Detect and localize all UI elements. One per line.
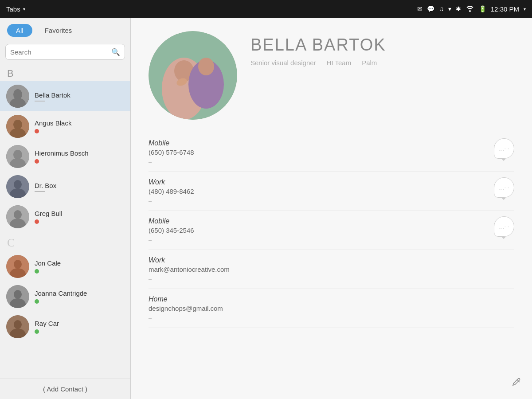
contact-info: Joanna Cantrigde [35, 289, 87, 304]
field-value: (650) 575-6748 [149, 149, 194, 156]
field-dash: – [149, 276, 230, 282]
chat-bubble-button[interactable]: ··· [494, 138, 514, 159]
wifi-icon [466, 5, 474, 13]
list-item[interactable]: Hieronimus Bosch [0, 141, 130, 172]
filter-all-button[interactable]: All [7, 24, 32, 37]
music-icon: ♫ [439, 5, 444, 12]
field-value: designchops@gmail.com [149, 305, 223, 312]
edit-button[interactable] [512, 378, 521, 390]
list-item[interactable]: Ray Car [0, 312, 130, 342]
list-item[interactable]: Bella Bartok [0, 81, 130, 111]
field-row: Mobile (650) 345-2546 – ··· [149, 211, 514, 250]
search-container: 🔍 [0, 41, 130, 64]
avatar [6, 115, 29, 138]
status-right: ✉ 💬 ♫ ▾ ✱ 🔋 12:30 PM ▾ [417, 5, 526, 13]
field-value: (650) 345-2546 [149, 227, 194, 234]
chat-bubble-button[interactable]: ··· [494, 177, 514, 198]
contact-meta: Senior visual designer HI Team Palm [250, 59, 386, 66]
status-bar: Tabs ▾ ✉ 💬 ♫ ▾ ✱ 🔋 12:30 PM ▾ [0, 0, 532, 18]
field-dash: – [149, 198, 194, 204]
status-dot [35, 269, 39, 274]
svg-point-13 [14, 210, 22, 219]
mail-icon: ✉ [417, 5, 422, 12]
contact-info: Dr. Box [35, 182, 56, 192]
field-label: Work [149, 256, 230, 264]
chat-bubble-button[interactable]: ··· [494, 216, 514, 237]
status-dot [35, 129, 39, 133]
contact-info: Bella Bartok [35, 91, 70, 102]
field-label: Mobile [149, 217, 194, 225]
status-dot [35, 159, 39, 164]
field-left: Home designchops@gmail.com – [149, 295, 223, 321]
app-container: All Favorites 🔍 B [0, 18, 532, 399]
list-item[interactable]: Jon Cale [0, 251, 130, 282]
section-letter-b: B [0, 64, 130, 81]
contact-name: Joanna Cantrigde [35, 289, 87, 297]
avatar [6, 85, 29, 108]
avatar [6, 175, 29, 198]
field-value: (480) 489-8462 [149, 188, 194, 195]
svg-point-29 [198, 58, 214, 75]
contact-info: Ray Car [35, 320, 59, 334]
field-dash: – [149, 159, 194, 165]
contact-fields: Mobile (650) 575-6748 – ··· Work (480) 4… [131, 129, 532, 399]
list-item[interactable]: Angus Black [0, 111, 130, 141]
list-item[interactable]: Joanna Cantrigde [0, 282, 130, 312]
contact-name: Jon Cale [35, 259, 61, 267]
status-dot [35, 299, 39, 304]
field-left: Work mark@antoniocreative.com – [149, 256, 230, 282]
svg-point-19 [14, 290, 22, 299]
contact-name: Hieronimus Bosch [35, 149, 89, 157]
contact-name: Dr. Box [35, 182, 56, 189]
chat-icon: 💬 [427, 5, 434, 12]
status-left: Tabs ▾ [6, 5, 25, 13]
contact-photo [149, 31, 237, 120]
field-label: Mobile [149, 139, 194, 147]
field-row: Work mark@antoniocreative.com – [149, 250, 514, 289]
filter-tabs: All Favorites [0, 18, 130, 41]
add-contact-button[interactable]: ( Add Contact ) [0, 379, 130, 399]
battery-icon: 🔋 [479, 5, 486, 12]
contact-name-title: BELLA BARTOK [250, 35, 386, 55]
avatar [6, 145, 29, 168]
svg-point-10 [14, 180, 22, 189]
contact-name: Bella Bartok [35, 91, 70, 99]
contact-header: BELLA BARTOK Senior visual designer HI T… [131, 18, 532, 129]
contact-details-header: BELLA BARTOK Senior visual designer HI T… [250, 31, 386, 66]
contact-name: Greg Bull [35, 210, 63, 217]
avatar [6, 205, 29, 228]
contact-location: Palm [362, 59, 377, 66]
field-dash: – [149, 237, 194, 243]
list-item[interactable]: Dr. Box [0, 172, 130, 202]
music-chevron-icon[interactable]: ▾ [448, 5, 451, 12]
detail-panel: BELLA BARTOK Senior visual designer HI T… [131, 18, 532, 399]
contact-name: Ray Car [35, 320, 59, 327]
contact-list: B Bella Bartok [0, 64, 130, 379]
tabs-chevron-icon[interactable]: ▾ [23, 7, 25, 12]
list-item[interactable]: Greg Bull [0, 202, 130, 232]
field-label: Work [149, 178, 194, 186]
search-input[interactable] [10, 48, 108, 56]
status-line [35, 191, 45, 192]
field-row: Mobile (650) 575-6748 – ··· [149, 133, 514, 172]
field-value: mark@antoniocreative.com [149, 266, 230, 273]
search-box: 🔍 [5, 44, 125, 60]
contact-info: Jon Cale [35, 259, 61, 274]
contact-role: Senior visual designer [250, 59, 316, 66]
field-left: Mobile (650) 345-2546 – [149, 217, 194, 243]
svg-point-16 [14, 260, 22, 269]
sidebar: All Favorites 🔍 B [0, 18, 131, 399]
contact-info: Greg Bull [35, 210, 63, 224]
filter-favorites-button[interactable]: Favorites [36, 24, 81, 37]
search-icon[interactable]: 🔍 [111, 48, 120, 56]
svg-point-7 [13, 150, 22, 160]
contact-info: Hieronimus Bosch [35, 149, 89, 164]
svg-point-22 [14, 320, 22, 329]
contact-info: Angus Black [35, 119, 71, 133]
field-row: Work (480) 489-8462 – ··· [149, 172, 514, 211]
bluetooth-icon: ✱ [456, 5, 461, 12]
section-letter-c: C [0, 232, 130, 251]
time-chevron-icon[interactable]: ▾ [524, 7, 526, 12]
tabs-label[interactable]: Tabs [6, 5, 20, 13]
field-label: Home [149, 295, 223, 303]
